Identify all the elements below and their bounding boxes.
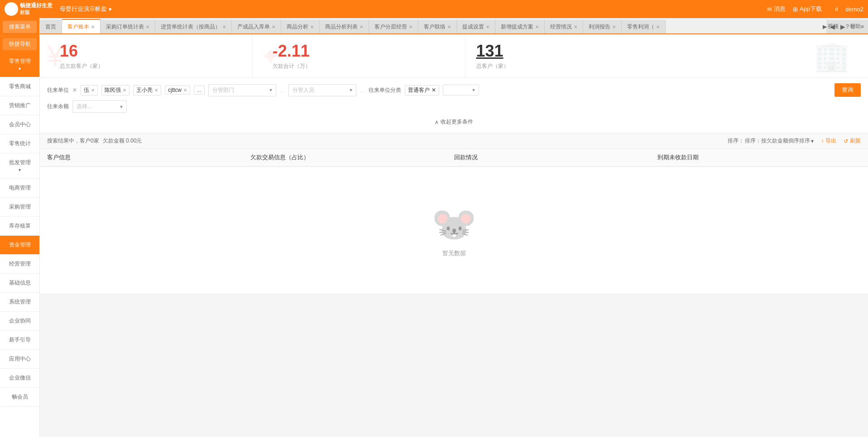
sidebar-item-basic-info[interactable]: 基础信息 (0, 274, 39, 293)
unit-tag-4-remove[interactable]: ✕ (183, 88, 187, 93)
tab-close-icon[interactable]: ✕ (574, 24, 577, 29)
manager-chevron-icon: ▾ (350, 87, 352, 93)
tab-close-icon[interactable]: ✕ (612, 24, 616, 29)
logo-text: 畅捷通好生意 标版 (20, 2, 53, 16)
tab-close-icon[interactable]: ✕ (486, 24, 489, 29)
sort-select[interactable]: 排序： 排序：按欠款金额倒序排序 ▾ (728, 137, 814, 145)
top-bar: ¥ 畅捷通好生意 标版 母婴行业演示帐套 ▾ ✉ 消息 ⊞ App下载 (0, 0, 868, 18)
sidebar-item-system[interactable]: 系统管理 (0, 293, 39, 312)
tab-close-icon[interactable]: ✕ (310, 24, 314, 29)
logo-area: ¥ 畅捷通好生意 标版 (5, 2, 53, 16)
tab-close-icon[interactable]: ✕ (535, 24, 539, 29)
sidebar-item-wechat[interactable]: 企业微信 (0, 369, 39, 388)
unit-tag-3[interactable]: 王小亮 ✕ (133, 85, 161, 95)
sidebar-item-retail-mgmt[interactable]: 零售管理 ▾ (0, 52, 39, 77)
tab-bar: 首页 客户账本 ✕ 采购订单统计表 ✕ 进货单统计表（按商品） ✕ 产成品入库单… (40, 18, 868, 34)
sidebar-item-vip-member[interactable]: 畅会员 (0, 388, 39, 407)
message-icon: ✉ (767, 6, 772, 13)
unit-more-button[interactable]: ... (194, 86, 205, 95)
export-button[interactable]: ↑ 导出 (821, 137, 836, 145)
sidebar-item-ecommerce[interactable]: 电商管理 (0, 179, 39, 198)
sidebar-item-retail-shop[interactable]: 零售商城 (0, 77, 39, 96)
top-bar-right: ✉ 消息 ⊞ App下载 d demo2 (767, 2, 863, 16)
credit-customers-bg-icon: ¥ (47, 40, 63, 72)
unit-category-remove[interactable]: ✕ (432, 87, 436, 93)
page-content: ▶ 视频 ? 帮助 ¥ 16 (40, 34, 868, 437)
tab-product-analysis-list[interactable]: 商品分析列表 ✕ (320, 20, 369, 33)
tab-instock-stats[interactable]: 进货单统计表（按商品） ✕ (155, 20, 232, 33)
sidebar-item-enterprise[interactable]: 企业协同 (0, 312, 39, 331)
message-button[interactable]: ✉ 消息 (767, 5, 786, 13)
data-table: 客户信息 欠款交易信息（占比） 回款情况 到期未收款日期 🐭 暂无数据 (40, 149, 868, 294)
total-customers-label: 总客户（家） (476, 62, 509, 70)
tab-close-icon[interactable]: ✕ (447, 24, 451, 29)
logo-icon: ¥ (5, 2, 18, 16)
tab-close-icon[interactable]: ✕ (272, 24, 275, 29)
quick-nav-button[interactable]: 快捷导航 (3, 38, 37, 50)
tab-close-icon[interactable]: ✕ (146, 24, 149, 29)
unit-tag-2-remove[interactable]: ✕ (123, 88, 126, 93)
arrow-icon: ▾ (19, 167, 21, 172)
tab-customer-segment[interactable]: 客户分层经营 ✕ (369, 20, 418, 33)
sidebar-item-members[interactable]: 会员中心 (0, 115, 39, 134)
tab-submit-settings[interactable]: 提成设置 ✕ (457, 20, 495, 33)
stats-row: ▶ 视频 ? 帮助 ¥ 16 (40, 34, 868, 78)
table-header-due-date: 到期未收款日期 (657, 153, 861, 162)
tab-product-analysis[interactable]: 商品分析 ✕ (281, 20, 320, 33)
chevron-down-icon: ▾ (109, 6, 112, 13)
tab-product-instock[interactable]: 产成品入库单 ✕ (232, 20, 281, 33)
department-select[interactable]: 分管部门 ▾ (208, 84, 276, 96)
tab-purchase-order[interactable]: 采购订单统计表 ✕ (101, 20, 155, 33)
app-download-button[interactable]: ⊞ App下载 (793, 5, 822, 13)
collapse-button[interactable]: ∧ 收起更多条件 (47, 116, 861, 128)
tab-customer-contact[interactable]: 客户联络 ✕ (418, 20, 457, 33)
sidebar-item-marketing[interactable]: 营销推广 (0, 96, 39, 115)
unit-tag-1-remove[interactable]: ✕ (91, 88, 95, 93)
account-dropdown[interactable]: 母婴行业演示帐套 ▾ (56, 5, 115, 13)
tab-close-icon[interactable]: ✕ (360, 24, 363, 29)
tab-customer-balance[interactable]: 客户账本 ✕ (62, 19, 101, 33)
stat-total-customers: 🏢 131 总客户（家） (465, 34, 868, 77)
query-button[interactable]: 查询 (834, 83, 861, 97)
tab-new-achievement[interactable]: 新增提成方案 ✕ (495, 20, 545, 33)
total-customers-number: 131 (476, 42, 509, 61)
sidebar-item-batch-mgmt[interactable]: 批发管理 ▾ (0, 153, 39, 179)
tab-profit-report[interactable]: 利润报告 ✕ (583, 20, 622, 33)
unit-tag-2[interactable]: 陈民强 ✕ (101, 85, 129, 95)
tab-close-icon[interactable]: ✕ (222, 24, 226, 29)
total-customers-bg-icon: 🏢 (814, 39, 850, 72)
unit-tag-1[interactable]: 伍 ✕ (81, 85, 98, 95)
tab-close-icon[interactable]: ✕ (91, 24, 95, 29)
empty-text: 暂无数据 (442, 249, 466, 257)
chevron-up-icon: ∧ (435, 119, 439, 125)
unit-tag-4[interactable]: cjttcw ✕ (165, 86, 190, 95)
retail-mgmt-label: 零售管理 (2, 57, 38, 65)
refresh-button[interactable]: ↺ 刷新 (844, 137, 861, 145)
sidebar-item-inventory[interactable]: 库存核算 (0, 217, 39, 236)
tab-close-icon[interactable]: ✕ (409, 24, 412, 29)
export-icon: ↑ (821, 138, 824, 144)
manager-select[interactable]: 分管人员 ▾ (288, 84, 356, 96)
sidebar-item-capital-mgmt[interactable]: 资金管理 (0, 236, 39, 255)
credit-amount-text: 欠款金额 0.00元 (103, 137, 142, 145)
tab-operation-status[interactable]: 经营情况 ✕ (545, 20, 583, 33)
search-menu-button[interactable]: 搜索菜单 (3, 21, 37, 33)
sidebar-item-new-guide[interactable]: 新手引导 (0, 331, 39, 350)
unit-category-tag[interactable]: 普通客户 ✕ (405, 85, 439, 95)
tab-close-icon[interactable]: ✕ (656, 24, 660, 29)
avatar: d (829, 2, 844, 16)
result-bar-left: 搜索结果中，客户0家 欠款金额 0.00元 (47, 137, 142, 145)
sidebar-item-app-center[interactable]: 应用中心 (0, 350, 39, 369)
tab-retail-profit[interactable]: 零售利润（ ✕ (622, 20, 666, 33)
unit-category-select[interactable]: ▾ (443, 85, 479, 95)
tab-home[interactable]: 首页 (40, 20, 62, 33)
user-avatar-button[interactable]: d demo2 (829, 2, 863, 16)
balance-select[interactable]: 选择... ▾ (72, 100, 127, 113)
unit-tag-3-remove[interactable]: ✕ (154, 88, 158, 93)
unit-filter-remove[interactable]: ✕ (72, 87, 77, 93)
sidebar-item-purchase[interactable]: 采购管理 (0, 198, 39, 217)
arrow-icon: ▾ (19, 66, 21, 71)
sidebar-item-retail-stats[interactable]: 零售统计 (0, 134, 39, 153)
filter-row-1: 往来单位 ✕ 伍 ✕ 陈民强 ✕ 王小亮 ✕ (47, 83, 861, 97)
sidebar-item-operations[interactable]: 经营管理 (0, 255, 39, 274)
